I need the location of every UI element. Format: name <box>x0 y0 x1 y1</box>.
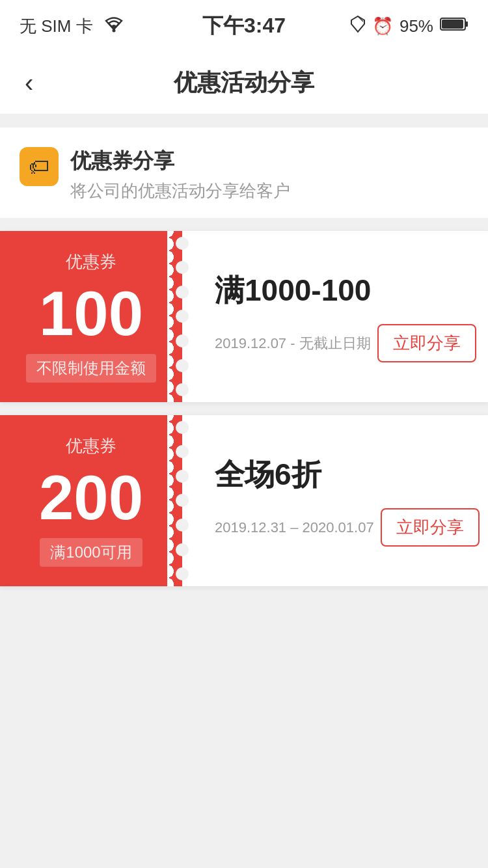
section-text-block: 优惠券分享 将公司的优惠活动分享给客户 <box>70 147 290 202</box>
nav-title: 优惠活动分享 <box>174 67 314 99</box>
coupon-condition: 不限制使用金额 <box>26 354 156 383</box>
coupon-dot <box>176 494 189 507</box>
coupon-left: 优惠券 100 不限制使用金额 <box>0 231 182 402</box>
wifi-icon <box>102 15 126 38</box>
nav-bar: ‹ 优惠活动分享 <box>0 52 488 115</box>
section-desc: 将公司的优惠活动分享给客户 <box>70 180 290 202</box>
status-bar: 无 SIM 卡 下午3:47 ⏰ 95% <box>0 0 488 52</box>
coupon-right: 全场6折 2019.12.31 – 2020.01.07 立即分享 <box>182 415 488 586</box>
alarm-icon: ⏰ <box>372 16 393 36</box>
coupon-dot <box>176 383 189 396</box>
coupon-name: 满1000-100 <box>215 271 468 311</box>
battery-label: 95% <box>400 16 433 36</box>
svg-rect-3 <box>442 20 463 29</box>
battery-icon <box>440 16 468 36</box>
location-icon <box>350 15 366 38</box>
coupon-dot <box>176 543 189 556</box>
coupon-dot <box>176 470 189 483</box>
coupon-dot <box>176 519 189 532</box>
carrier-label: 无 SIM 卡 <box>20 15 93 38</box>
section-icon: 🏷 <box>20 147 59 186</box>
back-button[interactable]: ‹ <box>18 62 40 104</box>
coupon-dot <box>176 421 189 434</box>
coupon-dots <box>174 231 190 402</box>
coupon-dot <box>176 334 189 347</box>
coupon-amount: 200 <box>39 467 143 529</box>
coupon-dot <box>176 445 189 458</box>
section-title: 优惠券分享 <box>70 147 290 176</box>
share-button[interactable]: 立即分享 <box>381 508 480 547</box>
coupon-dot <box>176 359 189 372</box>
coupon-card: 优惠券 100 不限制使用金额 满1000-100 2019.12.07 - 无… <box>0 231 488 402</box>
status-left: 无 SIM 卡 <box>20 15 126 38</box>
coupon-dot <box>176 310 189 323</box>
svg-rect-2 <box>465 21 468 27</box>
coupon-card: 优惠券 200 满1000可用 全场6折 2019.12.31 – 2020.0… <box>0 415 488 586</box>
coupon-left: 优惠券 200 满1000可用 <box>0 415 182 586</box>
coupon-dot <box>176 237 189 250</box>
coupon-bottom-row: 2019.12.31 – 2020.01.07 立即分享 <box>215 508 468 547</box>
coupon-date: 2019.12.07 - 无截止日期 <box>215 334 371 353</box>
coupon-condition: 满1000可用 <box>40 538 142 567</box>
coupon-dot <box>176 261 189 274</box>
status-time: 下午3:47 <box>202 12 286 40</box>
coupon-label: 优惠券 <box>66 251 116 273</box>
coupon-dot <box>176 567 189 580</box>
svg-point-0 <box>112 29 115 32</box>
coupon-list: 优惠券 100 不限制使用金额 满1000-100 2019.12.07 - 无… <box>0 231 488 599</box>
coupon-date: 2019.12.31 – 2020.01.07 <box>215 519 374 536</box>
status-right: ⏰ 95% <box>350 15 468 38</box>
coupon-dots <box>174 415 190 586</box>
coupon-dot <box>176 286 189 299</box>
coupon-name: 全场6折 <box>215 455 468 495</box>
coupon-amount: 100 <box>39 282 143 345</box>
coupon-right: 满1000-100 2019.12.07 - 无截止日期 立即分享 <box>182 231 488 402</box>
section-header: 🏷 优惠券分享 将公司的优惠活动分享给客户 <box>0 128 488 218</box>
coupon-label: 优惠券 <box>66 435 116 457</box>
share-button[interactable]: 立即分享 <box>377 324 476 362</box>
coupon-bottom-row: 2019.12.07 - 无截止日期 立即分享 <box>215 324 468 362</box>
